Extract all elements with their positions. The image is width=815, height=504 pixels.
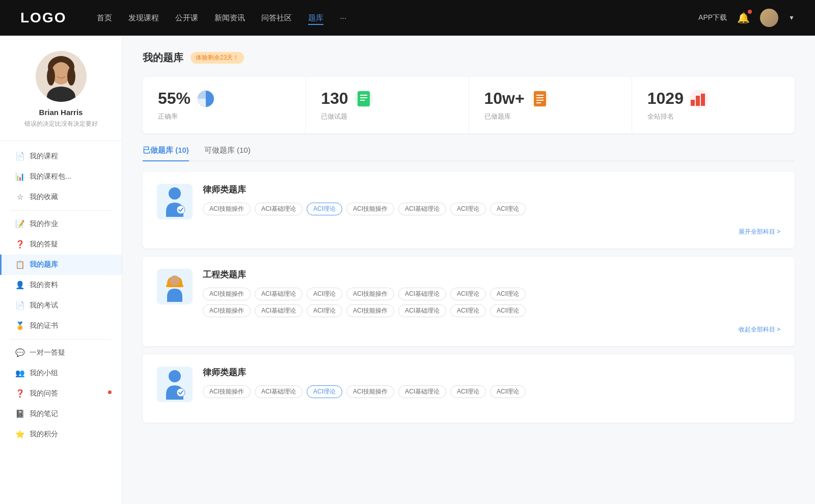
sidebar-item-label: 我的答疑 (30, 240, 58, 249)
nav-item-open[interactable]: 公开课 (175, 13, 198, 23)
sidebar-item-profile[interactable]: 👤 我的资料 (0, 275, 122, 295)
stat-accuracy: 55% 正确率 (143, 77, 306, 133)
qbank-name-2: 工程类题库 (203, 269, 780, 281)
qbank-name-3: 律师类题库 (203, 367, 780, 378)
sidebar-item-points[interactable]: ⭐ 我的积分 (0, 424, 122, 444)
nav-menu: 首页 发现课程 公开课 新闻资讯 问答社区 题库 ··· (97, 13, 698, 23)
nav-item-qbank[interactable]: 题库 (308, 13, 323, 23)
qa-icon: ❓ (15, 240, 24, 249)
tab-available-banks[interactable]: 可做题库 (10) (204, 146, 251, 160)
sidebar-item-course-package[interactable]: 📊 我的课程包... (0, 166, 122, 187)
tag-1-1[interactable]: ACI基础理论 (255, 203, 303, 215)
notification-badge (748, 10, 752, 14)
notes-icon: 📓 (15, 409, 24, 418)
stat-done-banks: 10w+ 已做题库 (469, 77, 632, 133)
notification-bell[interactable]: 🔔 (737, 12, 750, 24)
collapse-link-2[interactable]: 收起全部科目 > (157, 325, 780, 334)
tag-1-5[interactable]: ACI理论 (450, 203, 486, 215)
tag-2-2[interactable]: ACI理论 (307, 288, 342, 300)
svg-point-25 (177, 388, 185, 397)
sidebar-item-label: 我的收藏 (30, 192, 58, 202)
sidebar-item-my-qa[interactable]: ❓ 我的问答 (0, 383, 122, 404)
sidebar-item-notes[interactable]: 📓 我的笔记 (0, 404, 122, 424)
tag-3-3[interactable]: ACI技能操作 (346, 385, 394, 398)
qbank-info-2: 工程类题库 ACI技能操作 ACI基础理论 ACI理论 ACI技能操作 ACI基… (203, 269, 780, 317)
nav-item-news[interactable]: 新闻资讯 (214, 13, 245, 23)
tag-2-4[interactable]: ACI基础理论 (398, 288, 446, 300)
tag-3-0[interactable]: ACI技能操作 (203, 385, 251, 398)
qbank-icon-wrap-engineer (157, 269, 193, 304)
tag-2-0[interactable]: ACI技能操作 (203, 288, 251, 300)
qbank-header-2: 工程类题库 ACI技能操作 ACI基础理论 ACI理论 ACI技能操作 ACI基… (157, 269, 780, 317)
tag-3-6[interactable]: ACI理论 (490, 385, 526, 398)
sidebar-item-tutor[interactable]: 💬 一对一答疑 (0, 343, 122, 363)
tag-3-2[interactable]: ACI理论 (307, 385, 342, 398)
stat-rank-value: 1029 (647, 89, 684, 108)
tutor-icon: 💬 (15, 348, 24, 357)
tag-2r2-0[interactable]: ACI技能操作 (203, 304, 251, 317)
nav-item-home[interactable]: 首页 (97, 13, 112, 23)
tag-2r2-4[interactable]: ACI基础理论 (398, 304, 446, 317)
my-qa-icon: ❓ (15, 389, 24, 398)
qbank-card-2: 工程类题库 ACI技能操作 ACI基础理论 ACI理论 ACI技能操作 ACI基… (143, 257, 795, 346)
sidebar-divider-2 (10, 339, 112, 340)
tags-row-2-row1: ACI技能操作 ACI基础理论 ACI理论 ACI技能操作 ACI基础理论 AC… (203, 288, 780, 300)
qbank-header-1: 律师类题库 ACI技能操作 ACI基础理论 ACI理论 ACI技能操作 ACI基… (157, 184, 780, 219)
qbank-card-1: 律师类题库 ACI技能操作 ACI基础理论 ACI理论 ACI技能操作 ACI基… (143, 172, 795, 248)
tag-3-1[interactable]: ACI基础理论 (255, 385, 303, 398)
tag-2-3[interactable]: ACI技能操作 (346, 288, 394, 300)
tag-1-6[interactable]: ACI理论 (490, 203, 526, 215)
sidebar-item-qa-answer[interactable]: ❓ 我的答疑 (0, 234, 122, 255)
tag-2-5[interactable]: ACI理论 (450, 288, 486, 300)
sidebar: Brian Harris 错误的决定比没有决定要好 📄 我的课程 📊 我的课程包… (0, 36, 122, 504)
tag-1-4[interactable]: ACI基础理论 (398, 203, 446, 215)
profile-name: Brian Harris (39, 108, 83, 117)
nav-logo: LOGO (20, 10, 66, 26)
tag-1-3[interactable]: ACI技能操作 (346, 203, 394, 215)
sidebar-item-homework[interactable]: 📝 我的作业 (0, 214, 122, 234)
tag-2r2-5[interactable]: ACI理论 (450, 304, 486, 317)
pie-chart-icon (197, 90, 215, 108)
stat-done-banks-icon (531, 90, 549, 108)
sidebar-item-certificate[interactable]: 🏅 我的证书 (0, 316, 122, 336)
sidebar-item-exam[interactable]: 📄 我的考试 (0, 295, 122, 316)
sidebar-item-group[interactable]: 👥 我的小组 (0, 363, 122, 383)
sidebar-item-favorites[interactable]: ☆ 我的收藏 (0, 187, 122, 207)
tag-3-4[interactable]: ACI基础理论 (398, 385, 446, 398)
sidebar-item-qbank[interactable]: 📋 我的题库 (0, 255, 122, 275)
expand-link-1[interactable]: 展开全部科目 > (157, 228, 780, 236)
tab-done-banks[interactable]: 已做题库 (10) (143, 146, 189, 160)
nav-item-more[interactable]: ··· (340, 13, 346, 23)
nav-item-qa[interactable]: 问答社区 (261, 13, 292, 23)
tag-2r2-2[interactable]: ACI理论 (307, 304, 342, 317)
tag-2r2-1[interactable]: ACI基础理论 (255, 304, 303, 317)
tag-1-2[interactable]: ACI理论 (307, 203, 342, 215)
star-icon: ☆ (15, 192, 24, 202)
sidebar-item-my-course[interactable]: 📄 我的课程 (0, 146, 122, 166)
tab-bar: 已做题库 (10) 可做题库 (10) (143, 146, 795, 161)
tag-2-6[interactable]: ACI理论 (490, 288, 526, 300)
tags-row-1: ACI技能操作 ACI基础理论 ACI理论 ACI技能操作 ACI基础理论 AC… (203, 203, 780, 215)
qbank-info-1: 律师类题库 ACI技能操作 ACI基础理论 ACI理论 ACI技能操作 ACI基… (203, 184, 780, 215)
tag-2r2-3[interactable]: ACI技能操作 (346, 304, 394, 317)
svg-point-23 (170, 275, 180, 286)
svg-rect-7 (358, 91, 370, 106)
stat-top: 1029 (647, 89, 779, 108)
tag-2r2-6[interactable]: ACI理论 (490, 304, 526, 317)
nav-item-discover[interactable]: 发现课程 (128, 13, 159, 23)
tag-2-1[interactable]: ACI基础理论 (255, 288, 303, 300)
stat-top: 55% (158, 89, 290, 108)
certificate-icon: 🏅 (15, 321, 24, 330)
course-package-icon: 📊 (15, 172, 24, 181)
tag-3-5[interactable]: ACI理论 (450, 385, 486, 398)
stat-top: 130 (321, 89, 453, 108)
engineer-icon (162, 271, 187, 302)
svg-point-24 (169, 370, 181, 382)
sidebar-item-label: 我的课程包... (30, 172, 71, 181)
svg-point-4 (47, 67, 55, 86)
qbank-name-1: 律师类题库 (203, 184, 780, 195)
user-avatar[interactable] (760, 9, 778, 27)
tag-1-0[interactable]: ACI技能操作 (203, 203, 251, 215)
app-download-link[interactable]: APP下载 (698, 13, 727, 22)
avatar-dropdown-arrow[interactable]: ▼ (789, 14, 795, 21)
